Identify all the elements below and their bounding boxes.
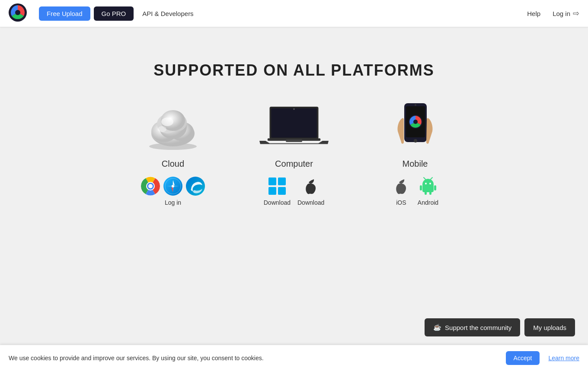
svg-point-30	[293, 108, 295, 110]
svg-point-39	[414, 139, 417, 143]
svg-rect-32	[278, 178, 286, 185]
svg-rect-27	[271, 108, 316, 138]
cookie-message: We use cookies to provide and improve ou…	[9, 355, 497, 361]
apple-download-action[interactable]: Download	[297, 177, 324, 206]
accept-cookies-button[interactable]: Accept	[506, 351, 540, 365]
mobile-actions: iOS	[392, 177, 438, 206]
cloud-platform-name: Cloud	[162, 159, 184, 169]
login-arrow-icon: ⇨	[573, 9, 579, 18]
main-nav: API & Developers	[142, 10, 527, 17]
my-uploads-button[interactable]: My uploads	[524, 318, 575, 336]
svg-point-10	[161, 117, 173, 126]
svg-rect-48	[434, 185, 436, 190]
logo[interactable]	[9, 3, 33, 23]
apple-download-label: Download	[297, 199, 324, 206]
windows-download-action[interactable]: Download	[264, 177, 291, 206]
coffee-icon: ☕	[433, 323, 441, 331]
svg-rect-33	[268, 187, 276, 195]
ios-icon	[392, 177, 411, 196]
edge-icon	[186, 177, 205, 196]
header: Free Upload Go PRO API & Developers Help…	[0, 0, 588, 27]
learn-more-button[interactable]: Learn more	[548, 355, 579, 361]
platform-card-computer: Computer Download	[251, 101, 337, 206]
svg-point-1	[15, 10, 20, 15]
platform-card-mobile: Mobile iOS	[372, 101, 458, 206]
svg-rect-47	[420, 185, 422, 190]
platform-card-cloud: Cloud	[130, 101, 216, 206]
computer-platform-name: Computer	[275, 159, 313, 169]
login-button[interactable]: Log in ⇨	[553, 9, 579, 18]
svg-line-45	[424, 178, 425, 179]
go-pro-button[interactable]: Go PRO	[94, 6, 134, 21]
chrome-icon	[141, 177, 160, 196]
svg-point-44	[429, 183, 431, 184]
svg-rect-50	[429, 191, 431, 195]
computer-image	[259, 101, 329, 153]
svg-point-40	[415, 104, 416, 106]
help-link[interactable]: Help	[527, 10, 540, 17]
windows-icon	[268, 177, 287, 196]
svg-rect-31	[268, 178, 276, 185]
floating-buttons: ☕ Support the community My uploads	[425, 318, 575, 336]
svg-point-11	[158, 126, 166, 132]
mobile-image	[380, 101, 450, 153]
svg-rect-29	[286, 140, 302, 142]
computer-actions: Download Download	[264, 177, 325, 206]
support-community-button[interactable]: ☕ Support the community	[425, 318, 520, 336]
cookie-banner: We use cookies to provide and improve ou…	[0, 345, 588, 371]
svg-rect-49	[425, 191, 427, 195]
apple-icon	[301, 177, 320, 196]
android-icon	[419, 177, 438, 196]
platforms-grid: Cloud	[130, 101, 458, 206]
svg-rect-42	[422, 184, 434, 192]
cloud-login-label: Log in	[165, 199, 181, 206]
windows-download-label: Download	[264, 199, 291, 206]
header-right: Help Log in ⇨	[527, 9, 579, 18]
svg-point-43	[425, 183, 427, 184]
cloud-actions: Log in	[141, 177, 205, 206]
svg-point-38	[413, 120, 418, 124]
browser-icons	[141, 177, 205, 196]
cloud-image	[138, 101, 208, 153]
safari-icon	[163, 177, 182, 196]
svg-line-46	[431, 178, 432, 179]
svg-rect-34	[278, 187, 286, 195]
svg-point-16	[148, 184, 153, 188]
svg-point-23	[172, 185, 174, 187]
mobile-platform-name: Mobile	[403, 159, 428, 169]
cloud-login-action[interactable]: Log in	[141, 177, 205, 206]
main-content: SUPPORTED ON ALL PLATFORMS	[0, 27, 588, 345]
section-title: SUPPORTED ON ALL PLATFORMS	[153, 61, 434, 79]
nav-api-developers[interactable]: API & Developers	[142, 10, 193, 17]
android-label: Android	[418, 199, 438, 206]
ios-action[interactable]: iOS	[392, 177, 411, 206]
free-upload-button[interactable]: Free Upload	[39, 6, 90, 21]
android-action[interactable]: Android	[418, 177, 438, 206]
ios-label: iOS	[396, 199, 406, 206]
